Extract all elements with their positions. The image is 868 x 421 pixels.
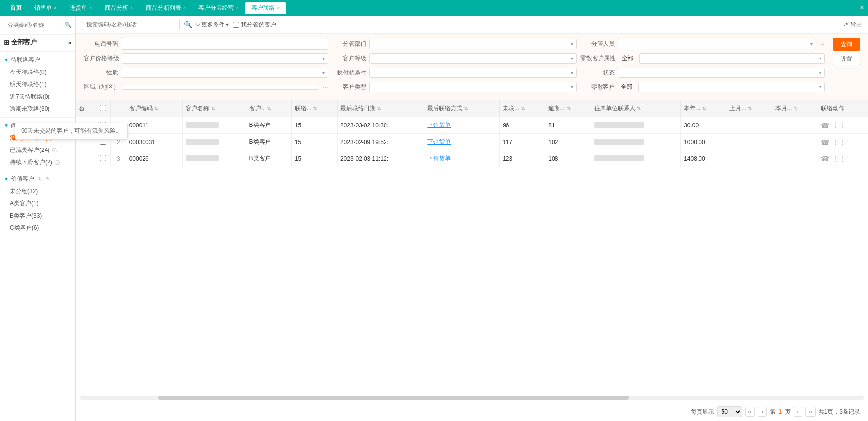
sidebar-item-churned[interactable]: 已流失客户(24) ⓘ <box>0 144 75 156</box>
nav-tab-customer-link-close[interactable]: × <box>277 5 280 11</box>
row3-phone-icon[interactable]: ☎ <box>821 155 829 163</box>
col-customer-code[interactable]: 客户编码 ⇅ <box>126 100 183 117</box>
col-no-contact[interactable]: 未联... ⇅ <box>500 100 545 117</box>
scroll-thumb[interactable] <box>158 396 629 400</box>
select-all-checkbox[interactable] <box>100 105 106 111</box>
row3-last-contact-method[interactable]: 下销货单 <box>424 150 500 167</box>
col-customer-name[interactable]: 客户名称 ⇅ <box>183 100 246 117</box>
search-button[interactable]: 🔍 <box>184 21 192 28</box>
row2-method-link[interactable]: 下销货单 <box>427 138 451 145</box>
more-conditions-button[interactable]: ▽ 更多条件 ▾ <box>196 21 229 29</box>
price-grade-select[interactable]: ▾ <box>122 53 328 64</box>
query-button[interactable]: 查询 <box>833 38 860 51</box>
nav-tab-home[interactable]: 首页 <box>4 2 27 14</box>
status-select[interactable]: ▾ <box>618 68 825 78</box>
sidebar-item-declining[interactable]: 持续下滑客户(2) ⓘ <box>0 156 75 169</box>
col-customer-type-sort[interactable]: ⇅ <box>267 106 271 111</box>
person-select[interactable]: ▾ <box>618 39 816 49</box>
person-more[interactable]: ··· <box>819 40 825 48</box>
sidebar-item-tomorrow[interactable]: 明天待联络(1) <box>0 78 75 91</box>
col-contact-sort[interactable]: ⇅ <box>313 106 317 111</box>
col-no-contact-sort[interactable]: ⇅ <box>521 106 525 111</box>
sidebar-group-value[interactable]: ▼ 价值客户 ↻ ✎ <box>0 173 75 185</box>
col-last-month[interactable]: 上月... ⇅ <box>726 100 772 117</box>
nav-tab-purchase[interactable]: 进货单 × <box>64 2 98 14</box>
sidebar-item-week[interactable]: 近7天待联络(0) <box>0 91 75 103</box>
col-customer-type[interactable]: 客户... ⇅ <box>246 100 291 117</box>
region-select[interactable] <box>122 85 319 90</box>
nav-tab-goods-list-close[interactable]: × <box>183 5 186 11</box>
row2-more-icon[interactable]: ⋮⋮ <box>832 138 846 146</box>
scroll-track[interactable] <box>80 396 864 400</box>
nav-tab-customer-tier-close[interactable]: × <box>236 5 239 11</box>
col-customer-code-sort[interactable]: ⇅ <box>154 106 158 111</box>
close-all-btn[interactable]: × <box>860 3 864 12</box>
nav-tab-goods-list[interactable]: 商品分析列表 × <box>140 2 192 14</box>
horizontal-scrollbar[interactable] <box>76 394 868 402</box>
row1-last-contact-method[interactable]: 下销货单 <box>424 117 500 134</box>
prev-page-btn[interactable]: ‹ <box>758 407 767 417</box>
sidebar-item-class-b[interactable]: B类客户(33) <box>0 210 75 222</box>
col-last-month-sort[interactable]: ⇅ <box>748 106 752 111</box>
per-page-select[interactable]: 50 100 200 <box>717 406 742 417</box>
col-overdue[interactable]: 逾期... ⇅ <box>545 100 591 117</box>
nav-tab-customer-link[interactable]: 客户联络 × <box>245 2 286 14</box>
col-last-contact-method-sort[interactable]: ⇅ <box>464 106 468 111</box>
phone-input[interactable] <box>121 38 328 50</box>
row1-phone-icon[interactable]: ☎ <box>821 122 829 129</box>
col-this-month-sort[interactable]: ⇅ <box>794 106 797 111</box>
filter-search-input[interactable] <box>82 19 180 30</box>
col-overdue-sort[interactable]: ⇅ <box>567 106 571 111</box>
sidebar-item-class-c[interactable]: C类客户(6) <box>0 222 75 234</box>
sidebar-all-customers[interactable]: ⊞ 全部客户 « <box>0 35 75 50</box>
value-edit-icon[interactable]: ✎ <box>46 176 50 182</box>
setting-button[interactable]: 设置 <box>833 53 860 65</box>
col-settings[interactable]: ⚙ <box>76 100 96 117</box>
sidebar-group-pending[interactable]: ▼ 待联络客户 <box>0 54 75 66</box>
col-last-contact-date[interactable]: 最后联络日期 ⇅ <box>337 100 424 117</box>
col-last-contact-method[interactable]: 最后联络方式 ⇅ <box>424 100 500 117</box>
col-unit-contact[interactable]: 往来单位联系人 ⇅ <box>591 100 681 117</box>
next-page-btn[interactable]: › <box>794 407 802 417</box>
nature-select[interactable]: ▾ <box>121 68 328 78</box>
value-refresh-icon[interactable]: ↻ <box>38 176 43 182</box>
col-last-contact-date-sort[interactable]: ⇅ <box>377 106 381 111</box>
last-page-btn[interactable]: » <box>805 407 816 417</box>
region-more[interactable]: ··· <box>322 83 328 91</box>
customer-type-select[interactable]: ▾ <box>369 82 577 92</box>
row1-more-icon[interactable]: ⋮⋮ <box>832 122 846 129</box>
row3-more-icon[interactable]: ⋮⋮ <box>832 155 846 163</box>
first-page-btn[interactable]: « <box>745 407 755 417</box>
dept-select[interactable]: ▾ <box>369 39 577 49</box>
sidebar-item-overdue[interactable]: 逾期未联络(30) <box>0 103 75 115</box>
row1-method-link[interactable]: 下销货单 <box>427 122 451 128</box>
col-this-month[interactable]: 本月... ⇅ <box>772 100 818 117</box>
my-customers-checkbox[interactable] <box>233 22 239 28</box>
nav-tab-purchase-close[interactable]: × <box>89 5 92 11</box>
nav-tab-goods-analysis[interactable]: 商品分析 × <box>99 2 139 14</box>
retail-customer-select[interactable]: ▾ <box>638 82 825 92</box>
my-customers-checkbox-label[interactable]: 我分管的客户 <box>233 21 276 29</box>
settings-icon[interactable]: ⚙ <box>79 105 85 113</box>
row2-phone-icon[interactable]: ☎ <box>821 138 829 146</box>
export-button[interactable]: ↗ 导出 <box>844 21 862 29</box>
col-this-year[interactable]: 本年... ⇅ <box>681 100 726 117</box>
row3-method-link[interactable]: 下销货单 <box>427 155 451 162</box>
nav-tab-sales-close[interactable]: × <box>54 5 57 11</box>
col-this-year-sort[interactable]: ⇅ <box>702 106 706 111</box>
row3-checkbox[interactable] <box>100 155 106 161</box>
col-customer-name-sort[interactable]: ⇅ <box>211 106 215 111</box>
sidebar-search-input[interactable] <box>4 20 62 30</box>
customer-grade-select[interactable]: ▾ <box>369 53 577 64</box>
retail-attr-select[interactable]: ▾ <box>639 53 825 64</box>
sidebar-item-today[interactable]: 今天待联络(0) <box>0 66 75 78</box>
sidebar-item-class-a[interactable]: A类客户(1) <box>0 198 75 210</box>
collapse-icon[interactable]: « <box>68 39 72 46</box>
nav-tab-goods-analysis-close[interactable]: × <box>130 5 133 11</box>
col-contact[interactable]: 联络... ⇅ <box>291 100 337 117</box>
row2-last-contact-method[interactable]: 下销货单 <box>424 134 500 150</box>
payment-select[interactable]: ▾ <box>369 68 577 78</box>
nav-tab-customer-tier[interactable]: 客户分层经营 × <box>193 2 244 14</box>
sidebar-item-unclassified[interactable]: 未分组(32) <box>0 185 75 198</box>
nav-tab-sales[interactable]: 销售单 × <box>28 2 63 14</box>
